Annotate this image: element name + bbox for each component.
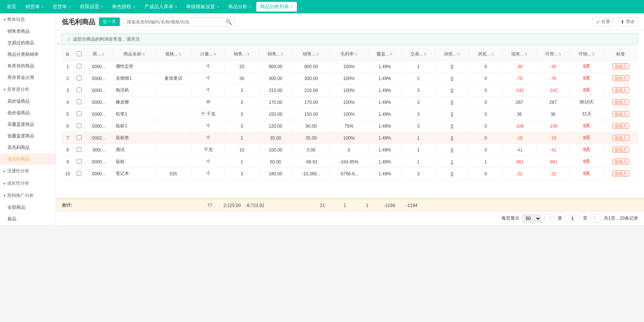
col-settings[interactable]: ⚙ [62, 48, 74, 61]
row-checkbox[interactable] [77, 64, 81, 68]
row-checkbox[interactable] [77, 76, 81, 80]
row-views1[interactable]: 0 [435, 144, 469, 156]
row-views1[interactable]: 0 [435, 61, 469, 73]
search-input[interactable] [127, 19, 223, 25]
prev-page-button[interactable]: 〈 [544, 214, 555, 223]
nav-purchase-order[interactable]: 进货单× [49, 2, 74, 12]
row-checkbox-cell[interactable] [74, 156, 84, 168]
sort-icon: ⇅ [525, 52, 528, 56]
sidebar-collapse-button[interactable]: « [56, 36, 61, 51]
row-checkbox[interactable] [77, 159, 81, 164]
row-views1[interactable]: 0 [435, 73, 469, 85]
row-sales-amount: 800.00 [292, 61, 330, 73]
close-icon[interactable]: × [41, 4, 44, 9]
col-name[interactable]: 商品名称⇅ [113, 48, 156, 61]
page-number-input[interactable] [565, 215, 580, 222]
table-row: 5 0000... 铅笔1 个,千克 3 150.00 150.00 100% … [62, 108, 638, 120]
row-checkbox[interactable] [77, 135, 81, 140]
row-stock-avail: 287 [536, 96, 570, 108]
row-checkbox[interactable] [77, 87, 81, 92]
col-sales-amount[interactable]: 销售...⇅ [292, 48, 330, 61]
sidebar-item-category-rate[interactable]: 商品分类助销率 [0, 49, 55, 60]
search-icon[interactable]: 🔍 [225, 19, 232, 25]
nav-sales-order[interactable]: 销货单× [22, 2, 47, 12]
row-views1[interactable]: 1 [435, 156, 469, 168]
sidebar-item-sales-goods[interactable]: 销售类商品 [0, 26, 55, 37]
row-checkbox-cell[interactable] [74, 73, 84, 85]
share-button[interactable]: ⤢ 分享 [593, 17, 613, 26]
row-checkbox[interactable] [77, 147, 81, 152]
col-unit[interactable]: 计量...⇅ [191, 48, 225, 61]
col-sales-qty[interactable]: 销售...⇅ [225, 48, 259, 61]
sidebar-item-high-value[interactable]: 高价值商品 [0, 96, 55, 107]
row-checkbox-cell[interactable] [74, 132, 84, 144]
nav-product-analysis[interactable]: 商品分析× [224, 2, 255, 12]
col-views1[interactable]: 浏览...⇅ [435, 48, 469, 61]
col-stock-sell[interactable]: 可销...⇅ [570, 48, 603, 61]
row-checkbox-cell[interactable] [74, 96, 84, 108]
col-sales-price[interactable]: 销售...⇅ [259, 48, 292, 61]
sidebar-item-high-coverage[interactable]: 高覆盖度商品 [0, 119, 55, 130]
sidebar-item-low-value[interactable]: 低价值商品 [0, 107, 55, 119]
col-views2[interactable]: 浏览...⇅ [469, 48, 502, 61]
row-views1[interactable]: 0 [435, 96, 469, 108]
close-icon[interactable]: × [68, 4, 71, 9]
row-checkbox-cell[interactable] [74, 168, 84, 180]
row-checkbox-cell[interactable] [74, 144, 84, 156]
row-checkbox[interactable] [77, 99, 81, 104]
footer-label: 合计: [62, 202, 72, 208]
row-checkbox-cell[interactable] [74, 61, 84, 73]
row-views1[interactable]: 0 [435, 108, 469, 120]
col-code[interactable]: 商...⇅ [84, 48, 113, 61]
col-stock-avail[interactable]: 可用...⇅ [536, 48, 570, 61]
row-coverage: 1.49% [368, 85, 401, 96]
col-spec[interactable]: 规格...⇅ [156, 48, 192, 61]
sidebar-item-new-goods[interactable]: 新品 [0, 213, 55, 225]
close-icon[interactable]: × [133, 4, 135, 9]
sidebar-item-stock-capital[interactable]: 库存资金占用 [0, 72, 55, 83]
sidebar-group-overall[interactable]: ▾ 整体信息 [0, 13, 55, 26]
row-views1[interactable]: 0 [435, 132, 469, 144]
row-views1[interactable]: 0 [435, 120, 469, 132]
sidebar-item-low-coverage[interactable]: 低覆盖度商品 [0, 130, 55, 142]
row-checkbox-cell[interactable] [74, 120, 84, 132]
nav-analysis-list[interactable]: 商品分析列表× [256, 2, 297, 12]
filter-recent-month-button[interactable]: 近一月 [99, 17, 120, 26]
row-views1[interactable]: 0 [435, 168, 469, 180]
close-icon[interactable]: × [249, 4, 251, 9]
nav-template-settings[interactable]: 单据模板设置× [182, 2, 222, 12]
select-all-checkbox[interactable] [77, 51, 81, 56]
col-gross-margin[interactable]: 毛利率⇅ [330, 48, 368, 61]
close-icon[interactable]: × [175, 4, 177, 9]
sidebar-item-stock-goods[interactable]: 有库存的商品 [0, 60, 55, 72]
col-coverage[interactable]: 覆盖...⇅ [368, 48, 401, 61]
row-checkbox[interactable] [77, 123, 81, 128]
col-checkbox[interactable] [74, 48, 84, 61]
row-checkbox-cell[interactable] [74, 108, 84, 120]
export-button[interactable]: ⬆ 导出 [617, 17, 638, 26]
nav-permissions[interactable]: 权限设置× [76, 2, 107, 12]
row-stock-avail: -76 [536, 73, 570, 85]
close-icon[interactable]: × [217, 4, 219, 9]
row-checkbox-cell[interactable] [74, 85, 84, 96]
close-icon[interactable]: × [291, 4, 293, 9]
sidebar-item-traded-goods[interactable]: 交易过的商品 [0, 37, 55, 49]
row-checkbox[interactable] [77, 111, 81, 116]
sidebar-group-reputation[interactable]: ▾ 美誉度分析 [0, 83, 55, 96]
sidebar-item-low-margin[interactable]: 低毛利商品 [0, 153, 55, 165]
nav-role-auth[interactable]: 角色授权× [108, 2, 139, 12]
page-size-select[interactable]: 50 100 200 [522, 214, 541, 223]
sidebar-group-liquidity[interactable]: ▸ 流通性分析 [0, 165, 55, 177]
row-checkbox[interactable] [77, 171, 81, 176]
nav-home[interactable]: 首页 [3, 2, 20, 12]
next-page-button[interactable]: 〉 [590, 214, 601, 223]
col-trade[interactable]: 交易...⇅ [401, 48, 435, 61]
sidebar-item-all-goods[interactable]: 全部商品 [0, 202, 55, 213]
row-views1[interactable]: 0 [435, 85, 469, 96]
sidebar-group-growth[interactable]: ▸ 成长性分析 [0, 177, 55, 189]
col-stock-current[interactable]: 现有...⇅ [503, 48, 536, 61]
nav-product-inbound[interactable]: 产成品入库单× [141, 2, 181, 12]
sidebar-group-marketing[interactable]: ▾ 营销推广分析 [0, 189, 55, 202]
sidebar-item-high-margin[interactable]: 高毛利商品 [0, 142, 55, 153]
close-icon[interactable]: × [101, 4, 103, 9]
